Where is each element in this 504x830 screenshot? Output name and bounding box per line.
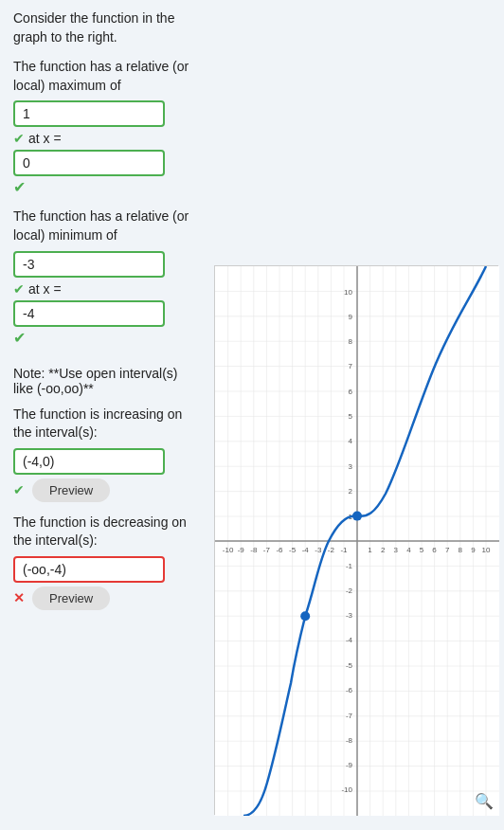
increasing-preview-button[interactable]: Preview	[32, 478, 110, 502]
svg-text:5: 5	[349, 412, 353, 421]
svg-text:6: 6	[432, 546, 437, 554]
svg-text:7: 7	[445, 546, 450, 554]
svg-text:-9: -9	[238, 546, 245, 554]
at-x-min-label: at x =	[28, 281, 62, 297]
increasing-section: The function is increasing on the interv…	[13, 406, 195, 502]
svg-text:8: 8	[459, 546, 463, 554]
svg-text:-5: -5	[289, 546, 297, 554]
min-value-input[interactable]	[13, 251, 165, 278]
svg-text:-9: -9	[346, 761, 353, 769]
svg-text:-8: -8	[346, 736, 353, 745]
check-max-icon: ✔	[13, 131, 25, 146]
svg-text:10: 10	[482, 546, 491, 554]
decreasing-preview-row: ✕ Preview	[13, 586, 195, 610]
decreasing-section: The function is decreasing on the interv…	[13, 514, 195, 610]
max-value-input[interactable]	[13, 100, 165, 127]
svg-text:4: 4	[349, 437, 353, 445]
svg-text:4: 4	[406, 546, 411, 554]
svg-text:2: 2	[349, 487, 353, 496]
svg-text:-2: -2	[346, 586, 353, 595]
left-panel: Consider the function in the graph to th…	[0, 0, 208, 830]
x-decreasing-icon: ✕	[13, 590, 25, 605]
svg-text:5: 5	[420, 546, 424, 554]
note-section: Note: **Use open interval(s) like (-oo,o…	[13, 366, 195, 396]
svg-text:-7: -7	[263, 546, 271, 554]
svg-text:6: 6	[349, 388, 353, 396]
check-min-x-icon: ✔	[13, 329, 195, 347]
svg-text:8: 8	[349, 337, 353, 346]
svg-text:10: 10	[344, 288, 352, 297]
svg-text:-1: -1	[340, 546, 348, 554]
intro-section: Consider the function in the graph to th…	[13, 9, 195, 46]
svg-text:3: 3	[394, 546, 399, 554]
decreasing-label: The function is decreasing on the interv…	[13, 514, 195, 550]
increasing-input[interactable]	[13, 448, 165, 475]
svg-text:-6: -6	[276, 546, 283, 554]
svg-text:-3: -3	[315, 546, 322, 554]
decreasing-preview-button[interactable]: Preview	[32, 586, 110, 610]
max-x-input[interactable]	[13, 150, 165, 176]
check-max-x-icon: ✔	[13, 178, 195, 196]
magnify-icon[interactable]: 🔍	[475, 792, 494, 810]
increasing-preview-row: ✔ Preview	[13, 478, 195, 502]
graph-svg: -10 -9 -8 -7 -6 -5 -4 -3 -2 -1 1 2 3 4 5…	[215, 266, 499, 816]
right-panel: -10 -9 -8 -7 -6 -5 -4 -3 -2 -1 1 2 3 4 5…	[208, 0, 504, 830]
svg-text:-2: -2	[328, 546, 335, 554]
min-label: The function has a relative (or local) m…	[13, 208, 195, 244]
svg-text:9: 9	[349, 313, 353, 321]
svg-text:-1: -1	[346, 562, 353, 570]
note-text: Note: **Use open interval(s) like (-oo,o…	[13, 366, 195, 396]
svg-text:-10: -10	[223, 546, 234, 554]
max-label: The function has a relative (or local) m…	[13, 58, 195, 95]
svg-text:-6: -6	[346, 686, 353, 695]
svg-point-84	[300, 611, 310, 621]
at-x-max-label: at x =	[28, 131, 62, 146]
svg-text:9: 9	[471, 546, 476, 554]
at-x-max-row: ✔ at x =	[13, 131, 195, 146]
check-min-icon: ✔	[13, 281, 25, 297]
svg-text:1: 1	[368, 546, 372, 554]
check-increasing-icon: ✔	[13, 482, 25, 497]
graph-container: -10 -9 -8 -7 -6 -5 -4 -3 -2 -1 1 2 3 4 5…	[214, 265, 498, 815]
increasing-label: The function is increasing on the interv…	[13, 406, 195, 442]
max-section: The function has a relative (or local) m…	[13, 58, 195, 196]
min-x-input[interactable]	[13, 300, 165, 327]
svg-text:2: 2	[381, 546, 386, 554]
svg-text:-8: -8	[250, 546, 258, 554]
svg-point-83	[352, 512, 362, 521]
svg-text:-10: -10	[341, 785, 352, 794]
min-section: The function has a relative (or local) m…	[13, 208, 195, 346]
svg-text:7: 7	[349, 362, 353, 370]
at-x-min-row: ✔ at x =	[13, 281, 195, 297]
svg-text:-3: -3	[346, 611, 353, 620]
svg-text:-5: -5	[346, 661, 353, 670]
svg-text:-4: -4	[346, 636, 353, 644]
svg-text:-7: -7	[346, 712, 353, 720]
svg-text:-4: -4	[302, 546, 310, 554]
decreasing-input[interactable]	[13, 556, 165, 583]
intro-text: Consider the function in the graph to th…	[13, 9, 195, 46]
svg-text:3: 3	[349, 462, 353, 471]
